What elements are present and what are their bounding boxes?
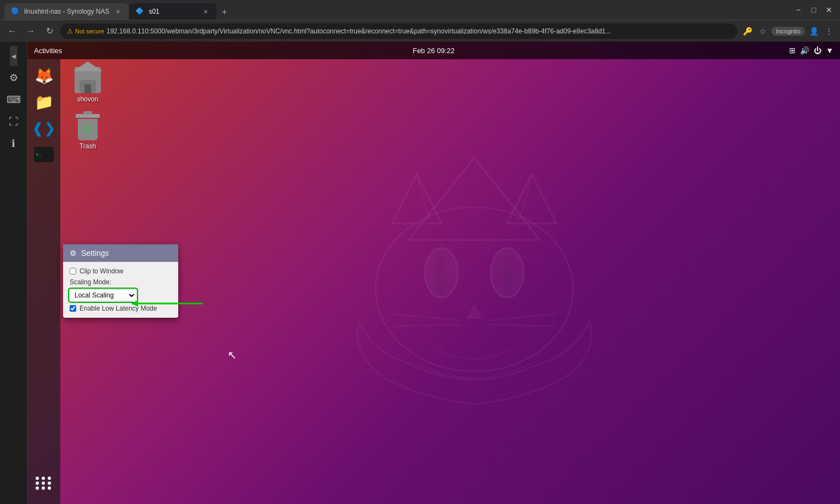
close-button[interactable]: ✕ [822, 3, 836, 16]
recycle-symbol: ♻ [83, 124, 92, 136]
scaling-mode-label: Scaling Mode: [70, 278, 111, 286]
svg-point-7 [502, 256, 512, 297]
low-latency-row: Enable Low Latency Mode [70, 305, 172, 312]
dock-item-firefox[interactable]: 🦊 [32, 64, 56, 88]
gnome-desktop: Activities Feb 26 09:22 ⊞ 🔊 ⏻ ▼ 🦊 📁 [27, 42, 840, 504]
clip-to-window-row: Clip to Window [70, 267, 172, 275]
desktop-icon-home[interactable]: shovon [66, 64, 110, 106]
browser-frame: 🔵 linuxhint-nas - Synology NAS ✕ 🔷 s01 ✕… [0, 0, 840, 504]
trash-icon-label: Trash [80, 142, 96, 150]
clip-to-window-label: Clip to Window [80, 267, 123, 275]
reload-button[interactable]: ↻ [42, 24, 57, 39]
tab2-close[interactable]: ✕ [201, 7, 210, 16]
desktop-icon-trash[interactable]: ♻ Trash [66, 111, 110, 153]
address-bar: ← → ↻ ⚠ Not secure 192.168.0.110:5000/we… [0, 20, 840, 42]
bookmark-icon[interactable]: ☆ [756, 25, 769, 38]
power-icon[interactable]: ⏻ [814, 46, 821, 55]
dock-item-vscode[interactable]: ❰❯ [32, 116, 56, 140]
activities-button[interactable]: Activities [34, 47, 62, 55]
volume-icon[interactable]: 🔊 [800, 46, 809, 55]
cat-watermark [310, 108, 639, 437]
svg-line-9 [392, 314, 462, 320]
scaling-mode-row: Scaling Mode: [70, 278, 172, 286]
svg-marker-8 [468, 306, 481, 318]
svg-line-10 [392, 325, 462, 327]
minimize-button[interactable]: − [792, 3, 805, 16]
settings-gear-icon: ⚙ [70, 249, 77, 257]
svg-marker-1 [392, 174, 441, 224]
novnc-sidebar: ◀ ⚙ ⌨ ⛶ ℹ [0, 42, 27, 504]
tab1-close[interactable]: ✕ [113, 7, 122, 16]
vscode-icon: ❰❯ [32, 120, 56, 137]
svg-marker-2 [507, 174, 557, 224]
tab1-favicon: 🔵 [11, 7, 20, 16]
vnc-area: ◀ ⚙ ⌨ ⛶ ℹ [0, 42, 840, 504]
clip-to-window-checkbox[interactable] [70, 268, 76, 274]
home-icon-label: shovon [77, 95, 99, 103]
url-text: 192.168.0.110:5000/webman/3rdparty/Virtu… [106, 27, 611, 35]
new-tab-button[interactable]: + [217, 4, 232, 20]
tab1-title: linuxhint-nas - Synology NAS [24, 8, 109, 15]
novnc-keyboard-icon[interactable]: ⌨ [4, 90, 24, 110]
system-menu-icon[interactable]: ▼ [826, 46, 833, 55]
network-icon[interactable]: ⊞ [789, 46, 796, 55]
maximize-button[interactable]: □ [807, 3, 820, 16]
desktop-icons: shovon ♻ Trash [66, 64, 110, 158]
tab2-favicon: 🔷 [135, 7, 144, 16]
low-latency-checkbox[interactable] [70, 305, 76, 312]
mouse-cursor: ↖ [228, 348, 237, 362]
tab-group: 🔵 linuxhint-nas - Synology NAS ✕ 🔷 s01 ✕… [4, 0, 790, 20]
svg-line-12 [487, 325, 557, 327]
novnc-info-icon[interactable]: ℹ [4, 134, 24, 153]
topbar-right-icons: ⊞ 🔊 ⏻ ▼ [789, 46, 833, 55]
tab-s01[interactable]: 🔷 s01 ✕ [129, 3, 217, 20]
files-icon: 📁 [35, 93, 54, 111]
dock-item-files[interactable]: 📁 [32, 90, 56, 114]
address-right-controls: 🔑 ☆ Incognito 👤 ⋮ [741, 25, 836, 38]
show-apps-button[interactable] [32, 471, 56, 495]
settings-header: ⚙ Settings [63, 244, 178, 262]
apps-grid-icon [36, 477, 52, 490]
svg-line-11 [487, 314, 557, 320]
low-latency-label: Enable Low Latency Mode [80, 305, 157, 312]
svg-point-3 [376, 207, 573, 371]
menu-button[interactable]: ⋮ [822, 25, 836, 38]
settings-body: Clip to Window Scaling Mode: Local Scali… [63, 262, 178, 318]
window-controls: − □ ✕ [792, 3, 836, 16]
incognito-badge: Incognito [771, 27, 805, 36]
security-warning-icon: ⚠ [67, 27, 73, 35]
key-icon: 🔑 [741, 25, 754, 38]
settings-title: Settings [81, 249, 109, 257]
title-bar: 🔵 linuxhint-nas - Synology NAS ✕ 🔷 s01 ✕… [0, 0, 840, 20]
tab2-title: s01 [149, 8, 197, 15]
dock-item-terminal[interactable]: >_ [32, 142, 56, 167]
profile-icon[interactable]: 👤 [807, 25, 820, 38]
not-secure-label: Not secure [75, 28, 104, 35]
forward-button[interactable]: → [23, 24, 38, 39]
terminal-icon-text: >_ [36, 152, 42, 157]
tab-synology[interactable]: 🔵 linuxhint-nas - Synology NAS ✕ [4, 3, 129, 20]
back-button[interactable]: ← [4, 24, 20, 39]
topbar-clock: Feb 26 09:22 [413, 47, 455, 55]
novnc-settings-icon[interactable]: ⚙ [4, 68, 24, 88]
scaling-select-row: Local Scaling Remote Resizing None [70, 289, 172, 301]
settings-popup: ⚙ Settings Clip to Window Scaling Mode: [63, 244, 178, 318]
scaling-mode-select[interactable]: Local Scaling Remote Resizing None [70, 289, 137, 301]
svg-point-6 [436, 256, 446, 297]
sidebar-collapse-button[interactable]: ◀ [10, 46, 18, 66]
firefox-icon: 🦊 [35, 67, 54, 85]
novnc-fullscreen-icon[interactable]: ⛶ [4, 112, 24, 131]
address-input[interactable]: ⚠ Not secure 192.168.0.110:5000/webman/3… [60, 24, 737, 39]
gnome-dock: 🦊 📁 ❰❯ >_ [27, 59, 60, 504]
gnome-topbar: Activities Feb 26 09:22 ⊞ 🔊 ⏻ ▼ [27, 42, 840, 59]
